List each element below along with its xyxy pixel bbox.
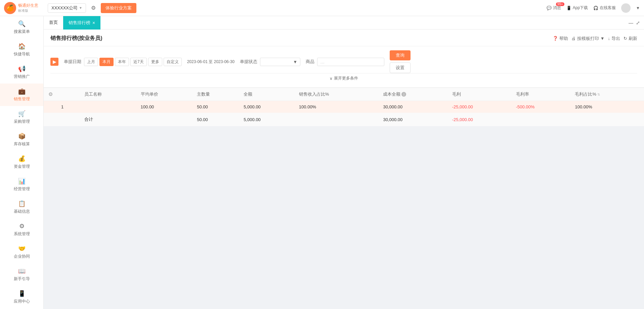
date-custom-button[interactable]: 自定义 bbox=[164, 58, 182, 66]
filter-expand-button[interactable]: ▶ bbox=[50, 58, 58, 66]
setting-button[interactable]: 设置 bbox=[390, 62, 411, 73]
query-button[interactable]: 查询 bbox=[390, 50, 411, 60]
refresh-button[interactable]: ↻ 刷新 bbox=[624, 36, 637, 42]
sidebar-item-label: 搜索菜单 bbox=[14, 29, 30, 35]
marketing-icon: 📢 bbox=[18, 65, 26, 72]
footer-empty-5 bbox=[512, 113, 571, 126]
cell-revenue-pct: 100.00% bbox=[295, 101, 379, 113]
page-actions: ❓ 帮助 🖨 按模板打印 ▼ ↓ 导出 bbox=[553, 36, 637, 42]
col-header-rank bbox=[57, 88, 80, 101]
page-title: 销售排行榜(按业务员) bbox=[50, 35, 102, 42]
filter-row-1: ▶ 单据日期 上月 本月 本年 近7天 更多 自定义 bbox=[50, 50, 637, 73]
sidebar-item-system[interactable]: ⚙ 系统管理 bbox=[0, 218, 43, 241]
print-button[interactable]: 🖨 按模板打印 ▼ bbox=[571, 36, 605, 42]
table-footer-row: 合计 50.00 5,000.00 30,000.00 -25,000.00 bbox=[44, 113, 644, 126]
tab-close-button[interactable]: × bbox=[92, 20, 95, 25]
sidebar-item-home[interactable]: 🏠 快捷导航 bbox=[0, 39, 43, 61]
enterprise-icon: 🤝 bbox=[18, 245, 26, 252]
top-right-area: 💬 消息 99+ 📱 App下载 🎧 在线客服 ▼ bbox=[547, 3, 640, 13]
sidebar-item-appstore[interactable]: 📱 应用中心 bbox=[0, 286, 43, 308]
sidebar-item-basic-info[interactable]: 📋 基础信息 bbox=[0, 196, 43, 218]
date-more-button[interactable]: 更多 bbox=[148, 58, 162, 66]
print-icon: 🖨 bbox=[571, 36, 576, 41]
col-header-gross-rate: 毛利率 bbox=[512, 88, 571, 101]
cell-avg-price: 100.00 bbox=[137, 101, 193, 113]
sidebar-item-sales[interactable]: 💼 销售管理 bbox=[0, 84, 43, 106]
app-download-label: App下载 bbox=[573, 5, 588, 11]
message-button[interactable]: 💬 消息 99+ bbox=[547, 5, 561, 11]
sales-icon: 💼 bbox=[18, 88, 26, 95]
status-select[interactable]: ▼ bbox=[260, 58, 300, 66]
date-prev-month-button[interactable]: 上月 bbox=[84, 58, 98, 66]
sidebar-item-marketing[interactable]: 📢 营销推广 bbox=[0, 61, 43, 84]
online-service-button[interactable]: 🎧 在线客服 bbox=[593, 5, 616, 11]
expand-more-row[interactable]: ∨ 展开更多条件 bbox=[50, 73, 637, 83]
date-this-year-button[interactable]: 本年 bbox=[115, 58, 129, 66]
tab-home-label: 首页 bbox=[49, 19, 58, 25]
footer-gross: -25,000.00 bbox=[448, 113, 512, 126]
settings-button[interactable]: ⚙ bbox=[89, 3, 98, 13]
tab-label: 销售排行榜 bbox=[69, 20, 90, 26]
col-header-avg-price: 平均单价 bbox=[137, 88, 193, 101]
cell-settings bbox=[44, 101, 57, 113]
company-selector[interactable]: XXXXXX公司 ▼ bbox=[48, 3, 86, 13]
chevron-down-icon: ▼ bbox=[79, 6, 82, 10]
sidebar-item-inventory[interactable]: 📦 库存核算 bbox=[0, 128, 43, 151]
filter-date-label: 单据日期 bbox=[64, 59, 81, 65]
footer-amount: 5,000.00 bbox=[240, 113, 295, 126]
user-menu[interactable]: ▼ bbox=[636, 6, 640, 10]
data-table: ⚙ 员工名称 平均单价 bbox=[44, 88, 644, 126]
system-icon: ⚙ bbox=[19, 222, 25, 230]
footer-cost: 30,000.00 bbox=[379, 113, 448, 126]
sidebar-item-label: 企业协同 bbox=[14, 254, 30, 259]
tab-bar: 首页 销售排行榜 × — ⤢ bbox=[44, 16, 644, 30]
sidebar-item-label: 应用中心 bbox=[14, 299, 30, 304]
page-header: 销售排行榜(按业务员) ❓ 帮助 🖨 按模板打印 ▼ bbox=[44, 30, 644, 46]
message-icon: 💬 bbox=[547, 6, 552, 10]
avatar[interactable] bbox=[621, 3, 631, 13]
col-header-gross: 毛利 bbox=[448, 88, 512, 101]
sort-icon[interactable]: ⇅ bbox=[597, 93, 600, 96]
filter-area: ▶ 单据日期 上月 本月 本年 近7天 更多 自定义 bbox=[44, 46, 644, 88]
cell-gross: -25,000.00 bbox=[448, 101, 512, 113]
tab-sales-rank[interactable]: 销售排行榜 × bbox=[63, 16, 100, 30]
help-button[interactable]: ❓ 帮助 bbox=[553, 36, 568, 42]
sidebar-item-label: 资金管理 bbox=[14, 164, 30, 169]
table-settings-icon[interactable]: ⚙ bbox=[48, 91, 53, 97]
finance-icon: 💰 bbox=[18, 155, 26, 162]
sidebar-item-guide[interactable]: 📖 新手引导 bbox=[0, 263, 43, 286]
logo-area: 🍊 畅通好生意 标准版 bbox=[4, 2, 48, 14]
logo-sub: 标准版 bbox=[18, 8, 38, 13]
cell-rank: 1 bbox=[57, 101, 80, 113]
footer-label: 合计 bbox=[80, 113, 137, 126]
footer-empty-4 bbox=[295, 113, 379, 126]
goods-input[interactable]: … bbox=[317, 58, 384, 66]
date-7days-button[interactable]: 近7天 bbox=[130, 58, 147, 66]
logo-icon: 🍊 bbox=[4, 2, 16, 14]
export-button[interactable]: ↓ 导出 bbox=[608, 36, 620, 42]
col-header-revenue-pct: 销售收入占比% bbox=[295, 88, 379, 101]
sidebar-item-purchase[interactable]: 🛒 采购管理 bbox=[0, 106, 43, 128]
trial-button[interactable]: 体验行业方案 bbox=[101, 3, 136, 13]
sidebar-item-operation[interactable]: 📊 经营管理 bbox=[0, 173, 43, 196]
table-row: 1 100.00 50.00 5,000.00 100.00% 30,000.0… bbox=[44, 101, 644, 113]
sidebar-item-label: 采购管理 bbox=[14, 119, 30, 124]
sidebar-item-label: 库存核算 bbox=[14, 141, 30, 147]
tab-minimize-button[interactable]: — bbox=[629, 20, 633, 25]
cost-info-icon[interactable]: i bbox=[401, 92, 406, 97]
purchase-icon: 🛒 bbox=[18, 110, 26, 117]
appstore-icon: 📱 bbox=[18, 290, 26, 297]
sidebar-item-finance[interactable]: 💰 资金管理 bbox=[0, 151, 43, 173]
tab-maximize-button[interactable]: ⤢ bbox=[636, 20, 640, 25]
sidebar-item-enterprise[interactable]: 🤝 企业协同 bbox=[0, 241, 43, 263]
query-column: 查询 设置 bbox=[390, 50, 411, 73]
app-download-button[interactable]: 📱 App下载 bbox=[566, 5, 588, 11]
date-this-month-button[interactable]: 本月 bbox=[99, 58, 114, 66]
tab-home[interactable]: 首页 bbox=[44, 16, 63, 30]
chevron-down-icon: ▼ bbox=[293, 59, 297, 64]
chevron-down-icon: ∨ bbox=[330, 76, 333, 81]
filter-date: 单据日期 上月 本月 本年 近7天 更多 自定义 2023-06-01 至 20… bbox=[64, 58, 234, 66]
sidebar-item-search[interactable]: 🔍 搜索菜单 bbox=[0, 16, 43, 39]
footer-qty: 50.00 bbox=[193, 113, 240, 126]
col-header-cost: 成本全额 i bbox=[379, 88, 448, 101]
